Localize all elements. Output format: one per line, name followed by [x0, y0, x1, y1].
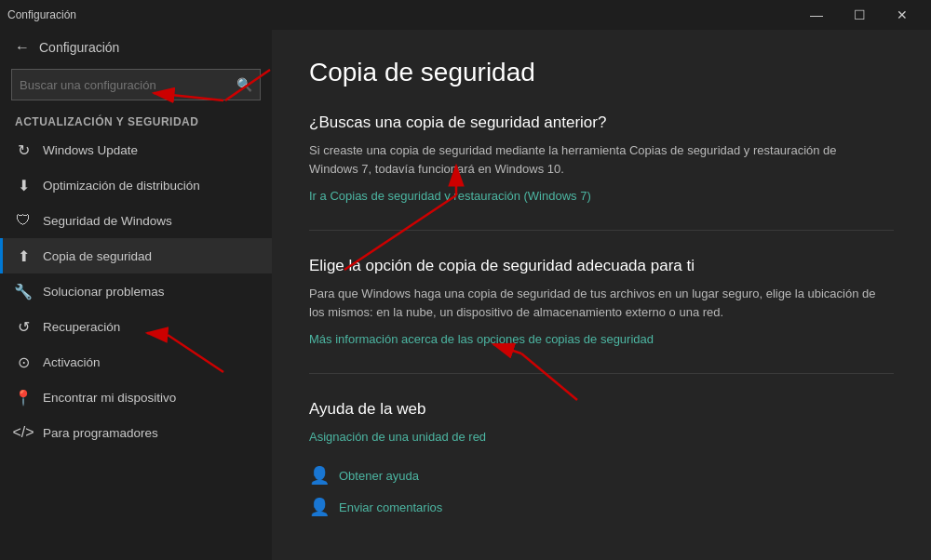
close-button[interactable]: ✕: [881, 0, 924, 30]
help-person-icon: 👤: [309, 465, 330, 486]
minimize-button[interactable]: —: [795, 0, 838, 30]
back-arrow-icon: ←: [15, 39, 30, 56]
sidebar-item-recuperacion[interactable]: ↺ Recuperación: [0, 309, 272, 344]
sidebar-item-seguridad[interactable]: 🛡 Seguridad de Windows: [0, 203, 272, 238]
link-mas-informacion[interactable]: Más información acerca de las opciones d…: [309, 332, 654, 346]
sidebar-item-label: Para programadores: [43, 426, 158, 440]
sidebar-item-copia-seguridad[interactable]: ⬆ Copia de seguridad: [0, 238, 272, 273]
sidebar-item-windows-update[interactable]: ↻ Windows Update: [0, 132, 272, 167]
content-area: Copia de seguridad ¿Buscas una copia de …: [272, 30, 931, 560]
sidebar-item-label: Recuperación: [43, 320, 120, 334]
sidebar-item-optimizacion[interactable]: ⬇ Optimización de distribución: [0, 167, 272, 203]
section-text-1: Si creaste una copia de seguridad median…: [309, 141, 886, 178]
sidebar-item-programadores[interactable]: </> Para programadores: [0, 415, 272, 450]
sidebar-item-encontrar[interactable]: 📍 Encontrar mi dispositivo: [0, 380, 272, 415]
app-title: Configuración: [7, 8, 76, 21]
feedback-person-icon: 👤: [309, 497, 330, 517]
sidebar-item-label: Optimización de distribución: [43, 179, 200, 193]
sidebar-item-label: Solucionar problemas: [43, 285, 165, 299]
help-item-enviar: 👤 Enviar comentarios: [309, 491, 894, 523]
section-buscar-copia: ¿Buscas una copia de seguridad anterior?…: [309, 113, 894, 231]
search-box[interactable]: 🔍: [11, 69, 261, 100]
section-text-2: Para que Windows haga una copia de segur…: [309, 285, 886, 321]
sidebar: ← Configuración 🔍 Actualización y seguri…: [0, 30, 272, 560]
activation-icon: ⊙: [15, 353, 32, 370]
link-enviar-comentarios[interactable]: Enviar comentarios: [339, 500, 442, 514]
help-items: 👤 Obtener ayuda 👤 Enviar comentarios: [309, 460, 894, 523]
link-asignacion-unidad[interactable]: Asignación de una unidad de red: [309, 430, 486, 444]
section-elige-opcion: Elige la opción de copia de seguridad ad…: [309, 257, 894, 374]
app-body: ← Configuración 🔍 Actualización y seguri…: [0, 30, 931, 560]
sidebar-item-solucionar[interactable]: 🔧 Solucionar problemas: [0, 273, 272, 309]
search-icon: 🔍: [236, 77, 252, 92]
help-item-obtener: 👤 Obtener ayuda: [309, 460, 894, 491]
title-bar: Configuración — ☐ ✕: [0, 0, 931, 30]
link-obtener-ayuda[interactable]: Obtener ayuda: [339, 469, 419, 483]
back-button[interactable]: ← Configuración: [0, 30, 272, 65]
section-label: Actualización y seguridad: [0, 110, 272, 132]
backup-icon: ⬆: [15, 247, 32, 264]
find-device-icon: 📍: [15, 389, 32, 406]
troubleshoot-icon: 🔧: [15, 283, 32, 300]
window-controls: — ☐ ✕: [795, 0, 924, 30]
recovery-icon: ↺: [15, 318, 32, 335]
developer-icon: </>: [15, 424, 32, 441]
update-icon: ↻: [15, 141, 32, 158]
sidebar-item-label: Windows Update: [43, 143, 138, 157]
sidebar-item-activacion[interactable]: ⊙ Activación: [0, 344, 272, 380]
maximize-button[interactable]: ☐: [838, 0, 881, 30]
sidebar-item-label: Seguridad de Windows: [43, 214, 172, 228]
sidebar-item-label: Activación: [43, 355, 101, 369]
sidebar-item-label: Copia de seguridad: [43, 249, 152, 263]
link-windows7-backup[interactable]: Ir a Copias de seguridad y restauración …: [309, 189, 591, 203]
shield-icon: 🛡: [15, 212, 32, 229]
section-heading-1: ¿Buscas una copia de seguridad anterior?: [309, 113, 894, 132]
optimizacion-icon: ⬇: [15, 177, 32, 193]
sidebar-item-label: Encontrar mi dispositivo: [43, 391, 176, 405]
section-heading-2: Elige la opción de copia de seguridad ad…: [309, 257, 894, 275]
sidebar-app-title: Configuración: [39, 40, 119, 55]
title-bar-left: Configuración: [7, 8, 76, 21]
section-heading-3: Ayuda de la web: [309, 400, 894, 419]
section-ayuda-web: Ayuda de la web Asignación de una unidad…: [309, 400, 894, 549]
search-input[interactable]: [20, 78, 236, 92]
page-title: Copia de seguridad: [309, 58, 894, 87]
